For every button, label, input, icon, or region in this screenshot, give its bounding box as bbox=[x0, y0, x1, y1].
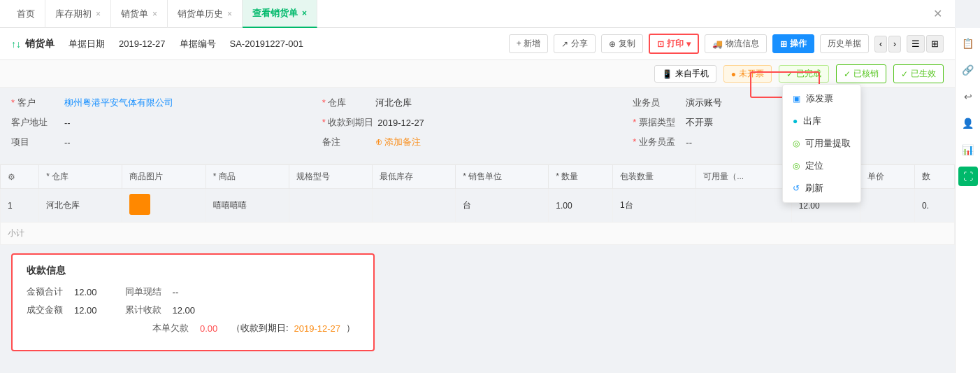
overdue-field: 本单欠款 0.00 （收款到期日: 2019-12-27 ） bbox=[152, 322, 355, 335]
deal-amount-field: 成交金额 12.00 bbox=[27, 304, 97, 316]
share-button[interactable]: ↗ 分享 bbox=[554, 34, 596, 53]
print-dropdown-arrow[interactable]: ▾ bbox=[686, 39, 691, 49]
row-min-stock bbox=[373, 189, 456, 223]
sold-icon: ✓ bbox=[844, 69, 851, 79]
col-settings[interactable]: ⚙ bbox=[1, 165, 39, 189]
available-qty-item[interactable]: ◎ 可用量提取 bbox=[783, 132, 860, 155]
date-value: 2019-12-27 bbox=[119, 38, 166, 49]
tab-sales-order[interactable]: 销货单 × bbox=[111, 0, 168, 28]
customer-label: 客户 bbox=[11, 97, 60, 109]
new-button[interactable]: + 新增 bbox=[509, 34, 548, 53]
close-view-sales-tab[interactable]: × bbox=[302, 8, 307, 18]
customer-field: 客户 柳州粤港平安气体有限公司 bbox=[11, 97, 322, 109]
add-invoice-label: 添发票 bbox=[806, 92, 833, 105]
product-image bbox=[129, 194, 150, 215]
add-invoice-icon: ▣ bbox=[793, 94, 800, 104]
customer-value[interactable]: 柳州粤港平安气体有限公司 bbox=[64, 97, 173, 109]
col-min-stock: 最低库存 bbox=[373, 165, 456, 189]
payment-date-value: 2019-12-27 bbox=[377, 118, 424, 128]
add-invoice-item[interactable]: ▣ 添发票 bbox=[783, 87, 860, 110]
row-image bbox=[122, 189, 206, 223]
payment-row-1: 金额合计 12.00 同单现结 -- bbox=[27, 286, 359, 298]
effect-button[interactable]: ✓ 已生效 bbox=[893, 64, 944, 83]
operations-button[interactable]: ⊞ 操作 bbox=[772, 34, 814, 53]
tab-bar: 首页 库存期初 × 销货单 × 销货单历史 × 查看销货单 × ✕ bbox=[0, 0, 955, 28]
notes-field: 备注 ⊕ 添加备注 bbox=[322, 136, 633, 148]
grid-view-button[interactable]: ⊞ bbox=[926, 35, 944, 52]
close-sales-tab[interactable]: × bbox=[152, 9, 157, 19]
payment-date-label: 收款到期日 bbox=[322, 116, 374, 129]
staff-label: 业务员 bbox=[633, 97, 682, 109]
refresh-label: 刷新 bbox=[805, 182, 823, 195]
locate-item[interactable]: ◎ 定位 bbox=[783, 155, 860, 177]
next-button[interactable]: › bbox=[888, 36, 901, 52]
print-icon: ⊡ bbox=[657, 39, 664, 49]
col-qty: * 数量 bbox=[549, 165, 613, 189]
sidebar-icon-5[interactable]: 📊 bbox=[958, 140, 978, 160]
invoice-value: 不开票 bbox=[686, 116, 713, 129]
sidebar-icon-4[interactable]: 👤 bbox=[958, 113, 978, 133]
same-order-label: 同单现结 bbox=[125, 286, 167, 298]
locate-icon: ◎ bbox=[793, 161, 800, 171]
payment-row-2: 成交金额 12.00 累计收款 12.00 bbox=[27, 304, 359, 316]
copy-button[interactable]: ⊕ 复制 bbox=[601, 34, 643, 53]
row-warehouse: 河北仓库 bbox=[39, 189, 122, 223]
same-order-value: -- bbox=[173, 287, 179, 297]
col-other: 数 bbox=[914, 165, 954, 189]
from-phone-button[interactable]: 📱 来自手机 bbox=[654, 65, 716, 83]
tab-home[interactable]: 首页 bbox=[7, 0, 45, 28]
sidebar-icon-2[interactable]: 🔗 bbox=[958, 60, 978, 80]
doc-type-icon: ↑↓ bbox=[11, 38, 21, 50]
row-spec bbox=[289, 189, 372, 223]
doc-title-section: ↑↓ 销货单 bbox=[11, 38, 55, 50]
not-open-ticket-button[interactable]: ● 未开票 bbox=[723, 65, 772, 83]
cumulative-field: 累计收款 12.00 bbox=[125, 304, 196, 316]
ops-icon: ⊞ bbox=[780, 39, 787, 49]
address-value: -- bbox=[64, 118, 71, 128]
deal-amount-value: 12.00 bbox=[74, 305, 97, 316]
same-order-field: 同单现结 -- bbox=[125, 286, 179, 298]
row-qty: 1.00 bbox=[549, 189, 613, 223]
tab-inventory-init[interactable]: 库存期初 × bbox=[45, 0, 111, 28]
subtotal-label: 小计 bbox=[1, 223, 955, 245]
history-button[interactable]: 历史单据 bbox=[820, 34, 869, 53]
outbound-item[interactable]: ● 出库 bbox=[783, 110, 860, 132]
cumulative-label: 累计收款 bbox=[125, 304, 167, 316]
payment-row-3: 本单欠款 0.00 （收款到期日: 2019-12-27 ） bbox=[27, 322, 359, 335]
locate-label: 定位 bbox=[805, 160, 823, 172]
notes-label: 备注 bbox=[322, 136, 371, 148]
list-view-button[interactable]: ☰ bbox=[907, 35, 925, 52]
sidebar-icon-3[interactable]: ↩ bbox=[958, 87, 978, 106]
row-unit: 台 bbox=[456, 189, 549, 223]
confirm-button[interactable]: ✓ 已完成 bbox=[779, 65, 829, 83]
close-history-tab[interactable]: × bbox=[227, 9, 232, 19]
project-value: -- bbox=[64, 137, 71, 148]
row-index: 1 bbox=[1, 189, 39, 223]
sidebar-icon-expand[interactable]: ⛶ bbox=[958, 167, 978, 186]
row-product: 嘻嘻嘻嘻 bbox=[206, 189, 289, 223]
outbound-icon: ● bbox=[793, 116, 798, 126]
business-label: 业务员孟 bbox=[633, 136, 682, 148]
tab-view-sales[interactable]: 查看销货单 × bbox=[243, 0, 317, 28]
business-value: -- bbox=[686, 137, 692, 148]
add-note-button[interactable]: ⊕ 添加备注 bbox=[375, 136, 421, 148]
tab-sales-history[interactable]: 销货单历史 × bbox=[168, 0, 243, 28]
refresh-item[interactable]: ↺ 刷新 bbox=[783, 177, 860, 199]
col-product: * 商品 bbox=[206, 165, 289, 189]
overdue-value: 0.00 bbox=[200, 323, 217, 334]
sold-button[interactable]: ✓ 已核销 bbox=[836, 64, 886, 83]
overdue-end: ） bbox=[346, 322, 355, 335]
warehouse-value: 河北仓库 bbox=[375, 97, 412, 109]
window-close-button[interactable]: ✕ bbox=[928, 7, 948, 20]
project-label: 项目 bbox=[11, 136, 60, 148]
right-sidebar: 📋 🔗 ↩ 👤 📊 ⛶ bbox=[955, 28, 980, 360]
logistics-button[interactable]: 🚚 物流信息 bbox=[705, 34, 767, 53]
payment-title: 收款信息 bbox=[27, 265, 359, 277]
sidebar-icon-1[interactable]: 📋 bbox=[958, 34, 978, 53]
print-button[interactable]: ⊡ 打印 ▾ bbox=[649, 34, 699, 54]
close-inventory-tab[interactable]: × bbox=[96, 9, 101, 19]
prev-button[interactable]: ‹ bbox=[874, 36, 887, 52]
col-unit: * 销售单位 bbox=[456, 165, 549, 189]
logistics-icon: 🚚 bbox=[712, 39, 723, 49]
address-field: 客户地址 -- bbox=[11, 116, 322, 129]
